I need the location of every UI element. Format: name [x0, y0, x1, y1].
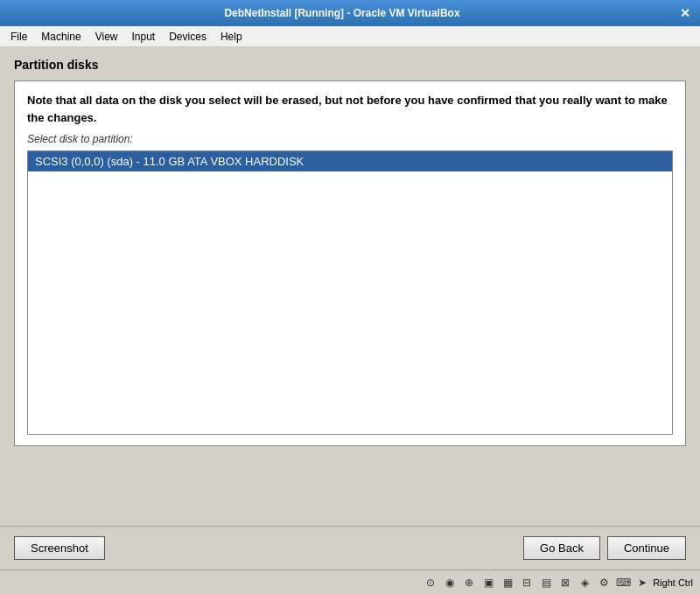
right-ctrl-label: Right Ctrl [653, 577, 693, 588]
menu-view[interactable]: View [88, 29, 125, 45]
display-icon: ▣ [480, 574, 497, 591]
main-content: Partition disks Note that all data on th… [0, 47, 700, 526]
keyboard-icon: ⌨ [614, 574, 632, 591]
network-icon: ⊕ [460, 574, 478, 591]
menu-devices[interactable]: Devices [162, 29, 214, 45]
hdd-icon: ▤ [537, 574, 555, 591]
window-title: DebNetInstall [Running] - Oracle VM Virt… [7, 7, 677, 19]
warning-text: Note that all data on the disk you selec… [27, 92, 673, 126]
disk-list[interactable]: SCSI3 (0,0,0) (sda) - 11.0 GB ATA VBOX H… [27, 150, 673, 435]
status-icons: ⊙ ◉ ⊕ ▣ ▦ ⊟ ▤ ⊠ ◈ ⚙ ⌨ ➤ Right Ctrl [422, 574, 693, 591]
screenshot-button[interactable]: Screenshot [14, 536, 105, 560]
content-panel: Note that all data on the disk you selec… [14, 80, 686, 446]
menu-help[interactable]: Help [214, 29, 249, 45]
usb-icon: ⊙ [422, 574, 439, 591]
page-title: Partition disks [14, 58, 686, 72]
menu-machine[interactable]: Machine [34, 29, 88, 45]
camera-icon: ◈ [576, 574, 593, 591]
settings-icon: ⚙ [595, 574, 612, 591]
floppy-icon: ▦ [499, 574, 516, 591]
go-back-button[interactable]: Go Back [523, 536, 600, 560]
menu-file[interactable]: File [4, 29, 34, 45]
nav-buttons: Go Back Continue [523, 536, 686, 560]
warning-text-bold: Note that all data on the disk you selec… [27, 94, 668, 124]
usb2-icon: ⊠ [556, 574, 574, 591]
audio-icon: ◉ [441, 574, 458, 591]
title-bar: DebNetInstall [Running] - Oracle VM Virt… [0, 0, 700, 26]
menu-bar: File Machine View Input Devices Help [0, 26, 700, 47]
menu-input[interactable]: Input [125, 29, 163, 45]
disk-list-empty-area [28, 171, 672, 434]
continue-button[interactable]: Continue [607, 536, 686, 560]
select-disk-label: Select disk to partition: [27, 133, 673, 145]
disk-item-0[interactable]: SCSI3 (0,0,0) (sda) - 11.0 GB ATA VBOX H… [28, 151, 672, 171]
close-button[interactable]: ✕ [677, 5, 693, 21]
virtualbox-window: DebNetInstall [Running] - Oracle VM Virt… [0, 0, 700, 594]
footer-bar: Screenshot Go Back Continue [0, 526, 700, 570]
cd-icon: ⊟ [518, 574, 536, 591]
status-bar: ⊙ ◉ ⊕ ▣ ▦ ⊟ ▤ ⊠ ◈ ⚙ ⌨ ➤ Right Ctrl [0, 570, 700, 594]
arrow-icon: ➤ [634, 574, 651, 591]
